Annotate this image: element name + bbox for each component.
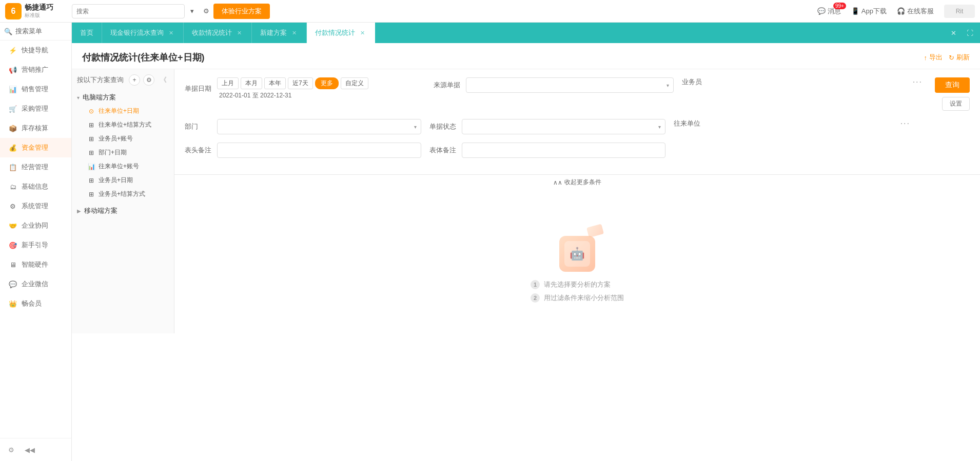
trial-button[interactable]: 体验行业方案 [213,4,270,19]
salesman-dots[interactable]: ··· [913,77,923,87]
desktop-group-header[interactable]: ▾ 电脑端方案 [77,91,169,104]
desktop-group-arrow: ▾ [77,95,80,101]
page-content: 付款情况统计(往来单位+日期) ↑ 导出 ↻ 刷新 [72,43,980,461]
sidebar-item-marketing[interactable]: 📢营销推广 [0,60,71,79]
filter-query-actions: 查询 设置 [935,77,970,111]
app-download-label: App下载 [861,7,887,16]
messages-action[interactable]: 💬 消息 99+ [817,7,841,16]
close-tab-btn[interactable]: ✕ [947,27,959,39]
sidebar-item-smart-hw[interactable]: 🖥智能硬件 [0,255,71,274]
sidebar-item-guide[interactable]: 🎯新手引导 [0,235,71,255]
download-icon: 📱 [851,7,859,15]
scheme-item-salesman-date[interactable]: ⊞业务员+日期 [77,173,169,187]
collapse-more-btn[interactable]: ∧∧ 收起更多条件 [174,174,980,190]
sidebar-item-member[interactable]: 👑畅会员 [0,294,71,313]
online-service-action[interactable]: 🎧 在线客服 [897,7,934,16]
dept-select[interactable]: ▾ [217,119,421,134]
source-select[interactable]: ▾ [466,77,674,93]
app-name: 畅捷通巧 [25,3,53,12]
mobile-group-header[interactable]: ▶ 移动端方案 [77,204,169,217]
logo-text-area: 畅捷通巧 标准版 [25,3,53,19]
filter-settings-btn[interactable]: 设置 [942,97,970,111]
sidebar-search[interactable]: 🔍 搜索菜单 [0,23,71,41]
sidebar-item-wechat[interactable]: 💬企业微信 [0,274,71,294]
search-input[interactable] [72,4,185,18]
top-bar-right: 💬 消息 99+ 📱 App下载 🎧 在线客服 Rit [817,5,975,18]
tab-items: 首页现金银行流水查询✕收款情况统计✕新建方案✕付款情况统计✕ [72,23,943,43]
tab-label-receivables: 收款情况统计 [192,28,232,37]
partner-dots[interactable]: ··· [900,119,910,128]
expand-btn[interactable]: ⛶ [964,27,976,39]
filter-right: 单据日期 上月 本月 本年 近7天 更多 自定义 [174,69,980,333]
scheme-item-salesman-account[interactable]: ⊞业务员+账号 [77,132,169,146]
dropdown-icon[interactable]: ▾ [185,4,199,18]
page-header-actions: ↑ 导出 ↻ 刷新 [924,53,970,62]
tab-receivables[interactable]: 收款情况统计✕ [184,23,252,43]
body-note-input[interactable] [462,143,666,158]
scheme-settings-btn[interactable]: ⚙ [143,74,154,86]
doc-status-select[interactable]: ▾ [462,119,666,134]
scheme-label-salesman-account: 业务员+账号 [99,134,133,143]
scheme-icon-unit-date: ⊙ [87,107,95,115]
sidebar-item-purchase[interactable]: 🛒采购管理 [0,99,71,118]
tab-close-receivables[interactable]: ✕ [235,29,243,37]
scheme-item-dept-date[interactable]: ⊞部门+日期 [77,146,169,159]
tab-close-cash-flow[interactable]: ✕ [167,29,175,37]
date-btn-this-month[interactable]: 本月 [241,77,262,89]
export-icon: ↑ [924,54,928,62]
sidebar: 🔍 搜索菜单 ⚡快捷导航📢营销推广📊销售管理🛒采购管理📦库存核算💰资金管理📋经营… [0,23,72,461]
tab-payment-stats[interactable]: 付款情况统计✕ [307,23,375,43]
user-avatar[interactable]: Rit [944,5,975,18]
source-field: 来源单据 ▾ [434,77,674,93]
query-btn[interactable]: 查询 [935,77,970,93]
scheme-label-unit-account: 往来单位+账号 [99,162,139,171]
source-label: 来源单据 [434,81,462,90]
sidebar-icon-wechat: 💬 [8,279,17,289]
sidebar-label-guide: 新手引导 [22,240,48,250]
date-btn-more[interactable]: 更多 [315,77,339,89]
scheme-collapse-btn[interactable]: 《 [158,74,169,86]
filter-row-2: 部门 ▾ 单据状态 [185,119,970,134]
header-note-input[interactable] [217,143,421,158]
sidebar-item-enterprise[interactable]: 🤝企业协同 [0,216,71,235]
messages-badge: 99+ [833,3,846,9]
app-container: 6 畅捷通巧 标准版 ▾ ⚙ 体验行业方案 💬 消息 99+ 📱 App下载 🎧… [0,0,980,461]
tab-home[interactable]: 首页 [72,23,102,43]
scheme-item-salesman-settlement[interactable]: ⊞业务员+结算方式 [77,187,169,201]
tab-close-payment-stats[interactable]: ✕ [358,29,366,37]
sidebar-icon-quick-nav: ⚡ [8,46,17,55]
salesman-label: 业务员 [682,77,710,87]
app-download-action[interactable]: 📱 App下载 [851,7,887,16]
partner-label: 往来单位 [674,119,702,128]
scheme-item-unit-settlement[interactable]: ⊞往来单位+结算方式 [77,118,169,132]
tip-num-1: 1 [531,280,540,289]
mobile-group-arrow: ▶ [77,208,81,214]
sidebar-item-basic-info[interactable]: 🗂基础信息 [0,177,71,196]
page-title: 付款情况统计(往来单位+日期) [82,51,205,64]
date-btn-this-year[interactable]: 本年 [264,77,286,89]
scheme-icon-salesman-account: ⊞ [87,135,95,143]
date-btn-last-month[interactable]: 上月 [217,77,239,89]
sidebar-item-system[interactable]: ⚙系统管理 [0,196,71,216]
source-select-arrow: ▾ [667,83,669,88]
date-btn-custom[interactable]: 自定义 [341,77,368,89]
scheme-item-unit-date[interactable]: ⊙往来单位+日期 [77,104,169,118]
refresh-btn[interactable]: ↻ 刷新 [949,53,970,62]
scheme-item-unit-account[interactable]: 📊往来单位+账号 [77,159,169,173]
sidebar-item-operations[interactable]: 📋经营管理 [0,157,71,177]
date-btn-7days[interactable]: 近7天 [288,77,313,89]
sidebar-collapse-btn[interactable]: ◀◀ [23,443,37,457]
tab-cash-flow[interactable]: 现金银行流水查询✕ [102,23,184,43]
sidebar-item-sales[interactable]: 📊销售管理 [0,79,71,99]
sidebar-item-quick-nav[interactable]: ⚡快捷导航 [0,41,71,60]
sidebar-settings-btn[interactable]: ⚙ [4,443,18,457]
tab-new-scheme[interactable]: 新建方案✕ [252,23,307,43]
date-range-display: 2022-01-01 至 2022-12-31 [219,91,368,100]
scheme-add-btn[interactable]: + [129,74,140,86]
gear-icon[interactable]: ⚙ [199,4,213,18]
sidebar-item-fund[interactable]: 💰资金管理 [0,138,71,157]
scheme-panel-title: 按以下方案查询 [77,75,124,85]
tab-close-new-scheme[interactable]: ✕ [290,29,298,37]
sidebar-item-inventory[interactable]: 📦库存核算 [0,118,71,138]
export-btn[interactable]: ↑ 导出 [924,53,943,62]
